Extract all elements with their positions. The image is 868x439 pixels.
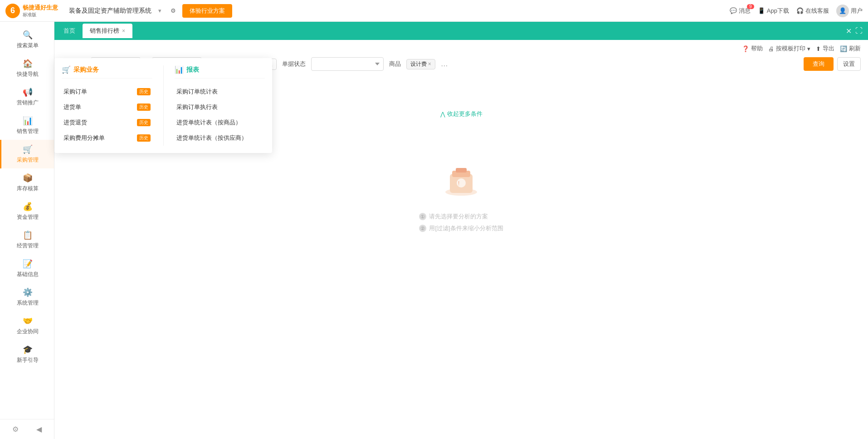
message-btn[interactable]: 💬 消息 9 [730, 7, 751, 15]
sidebar-label-operations: 经营管理 [17, 242, 39, 250]
empty-tip-1: ① 请先选择要分析的方案 [419, 211, 503, 222]
sidebar-item-search[interactable]: 🔍 搜索菜单 [0, 25, 54, 54]
content-area: 首页 销售排行榜 × ✕ ⛶ 🛒 采购业务 [54, 22, 868, 439]
sidebar-item-inventory[interactable]: 📦 库存核算 [0, 168, 54, 197]
app-download-btn[interactable]: 📱 App下载 [758, 7, 789, 15]
system-title: 装备及固定资产辅助管理系统 [69, 7, 151, 15]
logo-text: 畅捷通好生意 标准版 [23, 4, 58, 18]
message-icon: 💬 [730, 7, 737, 14]
goods-tag-text: 设计费 [410, 60, 427, 68]
header-right: 💬 消息 9 📱 App下载 🎧 在线客服 👤 用户 [730, 5, 863, 17]
tip-num-1: ① [419, 213, 426, 220]
sidebar-collapse-btn[interactable]: ◀ [36, 425, 42, 434]
tab-close-page-icon[interactable]: ✕ [846, 27, 852, 35]
basic-icon: 📝 [23, 259, 33, 269]
top-header: 6 畅捷通好生意 标准版 装备及固定资产辅助管理系统 ▾ ⚙ 体验行业方案 💬 … [0, 0, 868, 22]
menu-item-receipt-stat-goods[interactable]: 进货单统计表（按商品） [175, 115, 265, 130]
purchase-dropdown-menu: 🛒 采购业务 采购订单 历史 进货单 历史 进货退货 历史 [54, 58, 272, 153]
print-icon: 🖨 [768, 45, 774, 52]
goods-more-btn[interactable]: … [441, 60, 448, 68]
sidebar-item-enterprise[interactable]: 🤝 企业协同 [0, 311, 54, 340]
sidebar-item-operations[interactable]: 📋 经营管理 [0, 226, 54, 254]
help-label: 帮助 [751, 44, 763, 53]
tip-num-2: ② [419, 225, 426, 232]
menu-item-purchase-receipt[interactable]: 进货单 历史 [62, 99, 152, 115]
status-select[interactable] [311, 57, 384, 71]
print-btn[interactable]: 🖨 按模板打印 ▾ [768, 44, 810, 53]
tab-bar: 首页 销售排行榜 × ✕ ⛶ [54, 22, 868, 40]
tab-fullscreen-icon[interactable]: ⛶ [855, 27, 863, 35]
tab-sales-rank[interactable]: 销售排行榜 × [83, 24, 132, 38]
home-icon: 🏠 [23, 59, 33, 69]
print-dropdown-icon: ▾ [807, 45, 810, 52]
export-icon: ⬆ [816, 45, 821, 52]
sidebar-settings-btn[interactable]: ⚙ [12, 425, 19, 434]
guide-icon: 🎓 [23, 345, 33, 355]
menu-divider [163, 65, 164, 146]
purchase-order-badge: 历史 [137, 88, 151, 95]
page-content: 🛒 采购业务 采购订单 历史 进货单 历史 进货退货 历史 [54, 40, 868, 439]
dropdown-arrow-icon[interactable]: ▾ [155, 6, 164, 15]
menu-item-purchase-return[interactable]: 进货退货 历史 [62, 115, 152, 130]
sales-icon: 📊 [23, 116, 33, 126]
purchase-expense-badge: 历史 [137, 134, 151, 142]
sidebar-label-finance: 资金管理 [17, 213, 39, 221]
purchase-return-badge: 历史 [137, 119, 151, 126]
sidebar-label-purchase: 采购管理 [17, 156, 39, 164]
sidebar-item-marketing[interactable]: 📢 营销推广 [0, 83, 54, 111]
purchase-section-label: 采购业务 [73, 66, 99, 74]
action-btns: 查询 设置 [804, 57, 861, 71]
settings-icon[interactable]: ⚙ [168, 5, 179, 16]
settings-btn[interactable]: 设置 [837, 57, 861, 71]
help-btn[interactable]: ❓ 帮助 [742, 44, 763, 53]
sidebar-label-sales: 销售管理 [17, 128, 39, 135]
header-center: 装备及固定资产辅助管理系统 ▾ ⚙ 体验行业方案 [60, 4, 730, 18]
user-btn[interactable]: 👤 用户 [836, 5, 863, 17]
query-btn[interactable]: 查询 [804, 57, 834, 71]
menu-item-purchase-order-label: 采购订单 [63, 88, 87, 96]
purchase-icon: 🛒 [23, 144, 33, 154]
report-section-label: 报表 [186, 66, 199, 74]
menu-item-receipt-stat-goods-label: 进货单统计表（按商品） [176, 118, 241, 127]
collapse-label: 收起更多条件 [447, 110, 483, 118]
sidebar-item-system[interactable]: ⚙️ 系统管理 [0, 283, 54, 311]
sidebar-label-search: 搜索菜单 [17, 42, 39, 49]
tab-close-icon[interactable]: × [122, 28, 125, 34]
sidebar-label-system: 系统管理 [17, 299, 39, 307]
sidebar-item-basic[interactable]: 📝 基础信息 [0, 254, 54, 283]
industry-btn[interactable]: 体验行业方案 [182, 4, 232, 18]
svg-rect-3 [456, 168, 467, 173]
export-btn[interactable]: ⬆ 导出 [816, 44, 834, 53]
report-section-icon: 📊 [175, 65, 184, 74]
online-service-label: 在线客服 [805, 7, 829, 15]
menu-item-purchase-order-stat[interactable]: 采购订单统计表 [175, 84, 265, 99]
logo-area: 6 畅捷通好生意 标准版 [5, 4, 60, 18]
menu-item-purchase-order-exec-label: 采购订单执行表 [176, 103, 218, 111]
online-service-btn[interactable]: 🎧 在线客服 [796, 7, 829, 15]
tip-text-1: 请先选择要分析的方案 [429, 211, 488, 222]
logo-sub-text: 标准版 [23, 12, 58, 18]
sidebar-item-sales[interactable]: 📊 销售管理 [0, 111, 54, 140]
empty-tips: ① 请先选择要分析的方案 ② 用[过滤]条件来缩小分析范围 [419, 211, 503, 234]
goods-tag-close-icon[interactable]: × [428, 61, 431, 67]
menu-item-receipt-stat-supplier[interactable]: 进货单统计表（按供应商） [175, 130, 265, 146]
goods-label: 商品 [389, 60, 401, 68]
menu-item-purchase-receipt-label: 进货单 [63, 103, 81, 111]
report-menu-section: 📊 报表 采购订单统计表 采购订单执行表 进货单统计表（按商品） 进货单统计表（… [175, 65, 265, 146]
tab-home[interactable]: 首页 [56, 24, 83, 38]
sidebar-item-guide[interactable]: 🎓 新手引导 [0, 340, 54, 369]
print-label: 按模板打印 [776, 44, 805, 53]
sidebar-label-inventory: 库存核算 [17, 185, 39, 192]
user-label: 用户 [851, 7, 863, 15]
menu-item-purchase-order-exec[interactable]: 采购订单执行表 [175, 99, 265, 115]
menu-item-purchase-order[interactable]: 采购订单 历史 [62, 84, 152, 99]
sidebar-item-finance[interactable]: 💰 资金管理 [0, 197, 54, 226]
sidebar-item-quick-nav[interactable]: 🏠 快捷导航 [0, 54, 54, 83]
logo-main-text: 畅捷通好生意 [23, 4, 58, 12]
sidebar-item-purchase[interactable]: 🛒 采购管理 [0, 140, 54, 168]
enterprise-icon: 🤝 [23, 316, 33, 326]
tab-home-label: 首页 [63, 27, 75, 35]
purchase-menu-section: 🛒 采购业务 采购订单 历史 进货单 历史 进货退货 历史 [62, 65, 152, 146]
menu-item-purchase-expense[interactable]: 采购费用分摊单 历史 [62, 130, 152, 146]
refresh-btn[interactable]: 🔄 刷新 [840, 44, 861, 53]
